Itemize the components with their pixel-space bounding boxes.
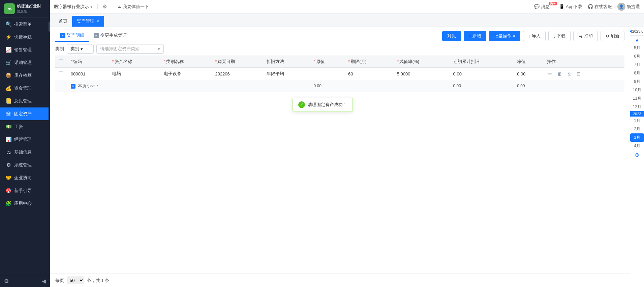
category-select-type[interactable]: 类别 ▾	[67, 44, 94, 54]
sidebar-item-management[interactable]: 📊 经营管理	[0, 133, 50, 146]
sidebar: AtA 畅捷通好业财 普及版 🔍 搜索菜单 ⚡ 快捷导航 📈 销售管理 🛒 采购…	[0, 0, 50, 287]
sidebar-item-sales[interactable]: 📈 销售管理	[0, 43, 50, 56]
batch-button[interactable]: 批量操作 ▾	[489, 31, 520, 41]
sidebar-item-search[interactable]: 🔍 搜索菜单	[0, 18, 50, 31]
header-net-value: 净值	[514, 56, 544, 68]
message-badge: 99+	[549, 2, 557, 5]
calendar-date-label: 2023.03	[632, 29, 644, 33]
sidebar-label-app-center: 应用中心	[14, 200, 32, 206]
calendar-toggle-btn[interactable]: ◀	[630, 29, 632, 33]
sidebar-item-finance[interactable]: 💰 资金管理	[0, 82, 50, 95]
main-content: ≡ 资产明细 ≡ 变更生成凭证 对账 + 新增 批量操作 ▾ ↑	[50, 27, 630, 287]
calendar-scroll[interactable]: ▲ 5月 6月 7月 8月 9月 10月 11月 12月 2023 1月 2月 …	[630, 36, 644, 287]
logo-text: 畅捷通好业财	[17, 4, 41, 9]
finance-icon: 💰	[5, 85, 11, 91]
subtotal-icon: ≡	[71, 84, 75, 89]
cal-month-2023-4[interactable]: 4月	[630, 142, 644, 150]
online-service-btn[interactable]: 🎧 在线客服	[588, 4, 612, 10]
refresh-button[interactable]: ↻ 刷新	[601, 31, 624, 41]
row-category: 电子设备	[160, 68, 212, 80]
cal-month-9[interactable]: 9月	[630, 77, 644, 86]
print-icon: 🖨	[578, 34, 583, 39]
company-dropdown-icon: ▾	[90, 4, 93, 9]
sidebar-label-inventory: 库存核算	[14, 72, 32, 78]
import-button[interactable]: ↑ 导入	[523, 31, 546, 41]
print-button[interactable]: 🖨 打印	[573, 31, 598, 41]
sidebar-label-fixed-assets: 固定资产	[14, 111, 32, 117]
topbar: 医疗器械行业演示 ▾ ⚙ ☁ 我要体验一下 💬 消息 99+ 📱 App下载 �	[50, 0, 644, 13]
pagination-bar: 每页 50 20 100 200 条，共 1 条	[50, 274, 630, 287]
cal-month-5[interactable]: 5月	[630, 44, 644, 52]
company-selector[interactable]: 医疗器械行业演示 ▾	[54, 4, 93, 10]
calendar-up-arrow[interactable]: ▲	[635, 36, 640, 44]
cal-month-6[interactable]: 6月	[630, 52, 644, 61]
logo-sub: 普及版	[17, 9, 41, 14]
download-button[interactable]: ↓ 下载	[548, 31, 571, 41]
sub-tab-asset-detail[interactable]: ≡ 资产明细	[55, 30, 89, 42]
cal-month-11[interactable]: 11月	[630, 94, 644, 103]
experience-button[interactable]: ☁ 我要体验一下	[117, 4, 149, 10]
sidebar-label-purchase: 采购管理	[14, 60, 32, 66]
page-size-select[interactable]: 50 20 100 200	[67, 277, 84, 284]
sidebar-item-quicknav[interactable]: ⚡ 快捷导航	[0, 31, 50, 43]
user-info-btn[interactable]: 👤 畅捷通	[617, 3, 640, 11]
edit-icon[interactable]: ✏	[547, 70, 554, 77]
salary-icon: 💵	[5, 124, 11, 130]
sub-tab-change-voucher[interactable]: ≡ 变更生成凭证	[89, 30, 131, 42]
sidebar-item-enterprise[interactable]: 🤝 企业协同	[0, 171, 50, 184]
sidebar-item-app-center[interactable]: 🧩 应用中心	[0, 197, 50, 210]
cal-month-10[interactable]: 10月	[630, 86, 644, 94]
sidebar-item-basic-info[interactable]: 🗂 基础信息	[0, 146, 50, 159]
tab-home[interactable]: 首页	[54, 16, 72, 27]
category-type-value: 类别	[70, 46, 79, 52]
sidebar-item-ledger[interactable]: 📒 总账管理	[0, 95, 50, 107]
row-checkbox-cell	[55, 68, 67, 80]
change-voucher-icon: ≡	[94, 33, 99, 38]
per-page-label: 每页	[55, 278, 64, 284]
subtotal-opening: 0.00	[450, 80, 514, 92]
row-checkbox[interactable]	[59, 71, 63, 76]
success-check-icon: ✓	[298, 101, 305, 108]
tab-close-icon[interactable]: ✕	[96, 19, 99, 24]
copy-icon[interactable]: ⎘	[566, 70, 573, 77]
sidebar-item-guide[interactable]: 🎯 新手引导	[0, 184, 50, 197]
collapse-icon[interactable]: ◀	[42, 278, 46, 284]
batch-label: 批量操作	[494, 33, 512, 39]
cal-month-8[interactable]: 8月	[630, 69, 644, 77]
app-download-btn[interactable]: 📱 App下载	[559, 4, 582, 10]
delete-icon[interactable]: 🗑	[556, 70, 563, 77]
download-btn-icon: ↓	[553, 34, 556, 39]
calendar-expand-icon[interactable]: ⊕	[635, 150, 639, 159]
main-area: 医疗器械行业演示 ▾ ⚙ ☁ 我要体验一下 💬 消息 99+ 📱 App下载 �	[50, 0, 644, 287]
cal-month-12[interactable]: 12月	[630, 103, 644, 111]
reconcile-button[interactable]: 对账	[442, 31, 461, 41]
settings-icon[interactable]: ⚙	[4, 278, 9, 284]
sidebar-item-fixed-assets[interactable]: 🏛 固定资产	[0, 107, 50, 120]
service-icon: 🎧	[588, 4, 593, 9]
category-select-value[interactable]: 请选择固定资产类别 ▾	[96, 44, 164, 54]
more-icon[interactable]: ⊡	[575, 70, 582, 77]
message-btn[interactable]: 💬 消息 99+	[534, 4, 554, 10]
sidebar-item-system[interactable]: ⚙ 系统管理	[0, 159, 50, 171]
tab-asset-management[interactable]: 资产管理 ✕	[72, 16, 104, 27]
sub-tabbar: ≡ 资产明细 ≡ 变更生成凭证 对账 + 新增 批量操作 ▾ ↑	[50, 27, 630, 42]
cal-month-2023-3[interactable]: 3月	[630, 133, 644, 142]
message-label: 消息	[541, 4, 550, 10]
cal-month-7[interactable]: 7月	[630, 61, 644, 69]
settings-gear-btn[interactable]: ⚙	[102, 3, 107, 10]
logo-icon: AtA	[4, 3, 15, 14]
sidebar-item-inventory[interactable]: 📦 库存核算	[0, 69, 50, 82]
cal-month-2023-2[interactable]: 2月	[630, 125, 644, 133]
quicknav-icon: ⚡	[5, 34, 11, 40]
action-icons: ✏ 🗑 ⎘ ⊡	[547, 70, 621, 77]
sidebar-label-search: 搜索菜单	[14, 21, 32, 27]
management-icon: 📊	[5, 136, 11, 142]
subtotal-actions	[544, 80, 624, 92]
cal-month-2023-1[interactable]: 1月	[630, 117, 644, 125]
table-container[interactable]: *编码 *资产名称 *类别名称 *购买日期 折旧方法 *原值 *期限(月) *残…	[50, 56, 630, 274]
sidebar-item-salary[interactable]: 💵 工资	[0, 120, 50, 133]
header-residual-rate: *残值率(%)	[394, 56, 450, 68]
sidebar-item-purchase[interactable]: 🛒 采购管理	[0, 56, 50, 69]
new-button[interactable]: + 新增	[464, 31, 486, 41]
select-all-checkbox[interactable]	[59, 59, 63, 64]
